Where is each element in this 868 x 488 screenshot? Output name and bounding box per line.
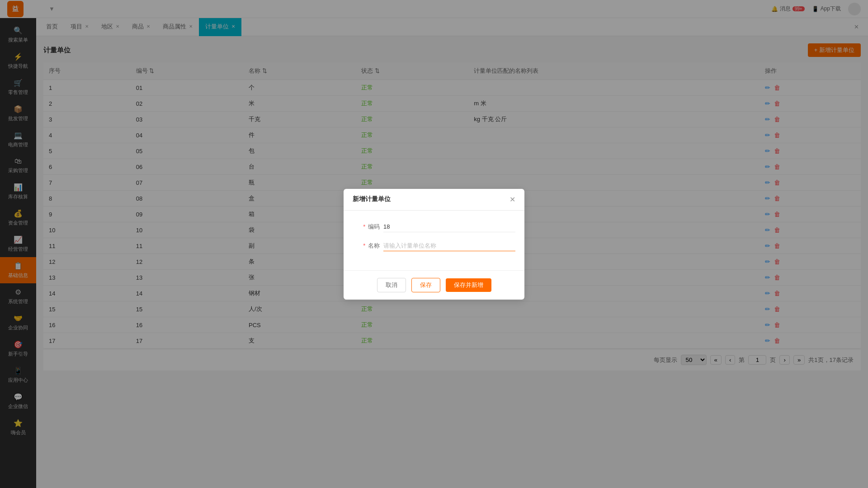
- modal-close-btn[interactable]: ✕: [509, 195, 515, 204]
- code-form-row: * 编码: [353, 221, 515, 232]
- modal-body: * 编码 * 名称: [344, 211, 524, 270]
- modal-footer: 取消 保存 保存并新增: [344, 270, 524, 300]
- name-input[interactable]: [383, 240, 515, 251]
- name-required-mark: *: [363, 242, 365, 249]
- modal-title: 新增计量单位: [353, 195, 391, 203]
- save-new-button[interactable]: 保存并新增: [446, 278, 491, 292]
- code-input[interactable]: [383, 221, 515, 232]
- modal-overlay: 新增计量单位 ✕ * 编码 * 名称 取消 保存 保存并新增: [0, 0, 868, 488]
- cancel-button[interactable]: 取消: [377, 278, 406, 292]
- name-label: * 名称: [353, 242, 380, 250]
- code-label: * 编码: [353, 223, 380, 231]
- add-unit-modal: 新增计量单位 ✕ * 编码 * 名称 取消 保存 保存并新增: [344, 189, 524, 300]
- code-required-mark: *: [363, 223, 365, 230]
- save-button[interactable]: 保存: [411, 278, 440, 292]
- name-form-row: * 名称: [353, 240, 515, 251]
- modal-header: 新增计量单位 ✕: [344, 189, 524, 211]
